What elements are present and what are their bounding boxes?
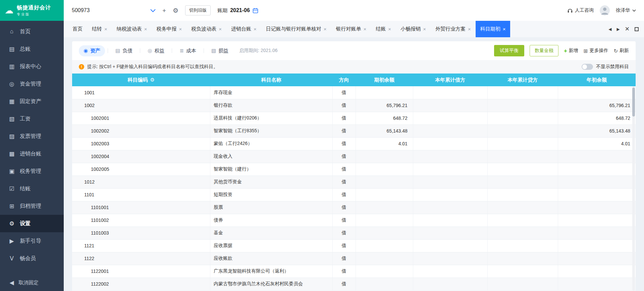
window-tab[interactable]: 税务申报× (152, 21, 187, 37)
category-tab-cost[interactable]: ≣成本 (175, 45, 201, 56)
table-row[interactable]: 1002银行存款借65,796.2165,796.21 (72, 99, 636, 112)
cell-account-name: 应收票据 (210, 239, 333, 252)
hide-disabled-toggle[interactable] (582, 64, 593, 70)
sidebar-item-invoice[interactable]: ▨发票管理 (0, 128, 64, 145)
sidebar-item-home[interactable]: ⌂首页 (0, 23, 64, 40)
table-row[interactable]: 1001库存现金借 (72, 86, 636, 99)
sidebar-item-fixed-assets[interactable]: ▦固定资产 (0, 93, 64, 110)
table-row[interactable]: 1101003基金借 (72, 227, 636, 239)
refresh-button[interactable]: ↻ 刷新 (613, 48, 629, 54)
window-tab[interactable]: 结账× (371, 21, 396, 37)
close-tab-icon[interactable]: × (423, 27, 426, 32)
sidebar-item-payroll[interactable]: ▧工资 (0, 110, 64, 128)
table-row[interactable]: 1122002内蒙古鄂市伊旗乌兰木伦石灰村村民委员会借 (72, 278, 636, 290)
cell-account-name: 智家智能（工行8355） (210, 125, 333, 137)
add-button[interactable]: + (162, 7, 166, 14)
close-tab-icon[interactable]: × (364, 27, 367, 32)
close-tab-icon[interactable]: × (503, 27, 506, 32)
tab-tools: ◀ ▶ ✕ (603, 21, 644, 37)
close-tab-icon[interactable]: × (324, 27, 327, 32)
cell-direction: 借 (332, 214, 356, 227)
sidebar-item-general-ledger[interactable]: ▤总账 (0, 40, 64, 58)
sidebar-item-report-center[interactable]: ▥报表中心 (0, 58, 64, 75)
sidebar-item-closing[interactable]: ☑结账 (0, 180, 64, 197)
window-tab[interactable]: 税负波动表× (186, 21, 226, 37)
sidebar-item-funds[interactable]: ◎资金管理 (0, 75, 64, 93)
close-all-tabs-button[interactable]: ✕ (625, 26, 630, 33)
close-tab-icon[interactable]: × (388, 27, 391, 32)
window-tab[interactable]: 进销台账× (226, 21, 261, 37)
window-tab[interactable]: 日记账与银行对账单核对× (261, 21, 331, 37)
cell-initial-balance (558, 201, 636, 214)
scrollbar-thumb[interactable] (632, 88, 635, 116)
warning-icon: ! (79, 64, 84, 69)
sidebar-item-guide[interactable]: ▶新手引导 (0, 232, 64, 250)
chevron-down-icon (150, 9, 156, 12)
cell-account-code: 1101002 (72, 214, 210, 227)
hide-disabled-label: 不显示禁用科目 (596, 64, 629, 70)
close-tab-icon[interactable]: × (104, 27, 107, 32)
sidebar-item-archive[interactable]: ⊞归档管理 (0, 197, 64, 215)
sidebar-item-label: 首页 (20, 28, 31, 35)
table-row[interactable]: 1002005智家智能（建行）借 (72, 163, 636, 176)
sidebar-item-member[interactable]: Ⅴ畅会员 (0, 250, 64, 267)
category-tab-profit-loss[interactable]: ▧损益 (207, 45, 233, 56)
window-tab[interactable]: 首页 (68, 21, 87, 37)
scroll-tabs-left-button[interactable]: ◀ (608, 27, 611, 32)
sidebar-item-tax[interactable]: ▣税务管理 (0, 162, 64, 180)
table-row[interactable]: 1122001广东黑龙智能科技有限公司（返利）借 (72, 265, 636, 278)
sidebar-item-purchase-sales[interactable]: ▩进销台账 (0, 145, 64, 162)
hide-disabled-control: 不显示禁用科目 (582, 64, 629, 70)
unpin-sidebar-button[interactable]: ◀ 取消固定 (0, 274, 64, 291)
close-tab-icon[interactable]: × (468, 27, 471, 32)
column-settings-icon[interactable]: ⚙ (150, 77, 155, 83)
close-tab-icon[interactable]: × (179, 27, 182, 32)
table-row[interactable]: 1121应收票据借 (72, 239, 636, 252)
table-row[interactable]: 1101001股票借 (72, 201, 636, 214)
close-tab-icon[interactable]: × (219, 27, 222, 32)
add-account-button[interactable]: + 新增 (564, 48, 578, 54)
switch-old-version-button[interactable]: 切到旧版 (185, 5, 211, 15)
scroll-tabs-right-button[interactable]: ▶ (617, 27, 620, 32)
table-row[interactable]: 1002003蒙佑（工行2426）借4.014.01 (72, 137, 636, 150)
more-operations-button[interactable]: ⊞ 更多操作 (584, 48, 608, 54)
main-area: 500973 + ⚙ 切到旧版 账期 2021-06 (64, 0, 644, 291)
close-tab-icon[interactable]: × (144, 27, 147, 32)
trial-balance-button[interactable]: 试算平衡 (494, 45, 524, 56)
table-row[interactable]: 1101002债券借 (72, 214, 636, 227)
table-row[interactable]: 1101短期投资借 (72, 188, 636, 201)
avatar[interactable] (600, 5, 610, 15)
window-tab[interactable]: 结转× (87, 21, 112, 37)
window-tab[interactable]: 银行对账单× (331, 21, 371, 37)
calendar-icon[interactable] (253, 8, 258, 13)
cell-direction: 借 (332, 150, 356, 163)
fullscreen-button[interactable] (635, 27, 639, 31)
user-menu[interactable]: 徐泽华 (616, 7, 636, 13)
window-tab[interactable]: 科目期初× (476, 21, 511, 37)
sidebar-item-label: 总账 (20, 46, 31, 53)
table-row[interactable]: 1002004现金收入借 (72, 150, 636, 163)
accounting-period[interactable]: 账期 2021-06 (217, 7, 258, 14)
cell-account-name: 适居科技（建行0206） (210, 112, 333, 125)
support-button[interactable]: 人工咨询 (567, 7, 594, 13)
sidebar-item-settings[interactable]: ⚙设置 (0, 215, 64, 232)
divider (204, 48, 204, 53)
window-tab[interactable]: 小畅报销× (396, 21, 431, 37)
quantity-amount-button[interactable]: 数量金额 (530, 45, 558, 56)
category-tab-equity[interactable]: ◎权益 (143, 45, 169, 56)
category-tab-assets[interactable]: ◉资产 (79, 45, 105, 56)
account-selector[interactable]: 500973 (72, 7, 156, 13)
table-row[interactable]: 1012其他货币资金借 (72, 176, 636, 188)
cell-ytd-debit (413, 150, 487, 163)
vertical-scrollbar[interactable] (632, 86, 635, 291)
gear-icon[interactable]: ⚙ (173, 7, 178, 14)
window-tab[interactable]: 纳税波动表× (112, 21, 152, 37)
window-tab[interactable]: 外贸行业方案× (431, 21, 476, 37)
ledger-icon: ▤ (8, 46, 15, 53)
category-tab-liabilities[interactable]: ▤负债 (111, 45, 137, 56)
table-row[interactable]: 1002002智家智能（工行8355）借65,143.4865,143.48 (72, 125, 636, 137)
table-row[interactable]: 1002001适居科技（建行0206）借648.72648.72 (72, 112, 636, 125)
window-tab-label: 纳税波动表 (117, 26, 142, 32)
close-tab-icon[interactable]: × (254, 27, 257, 32)
table-row[interactable]: 1122应收账款借 (72, 252, 636, 265)
